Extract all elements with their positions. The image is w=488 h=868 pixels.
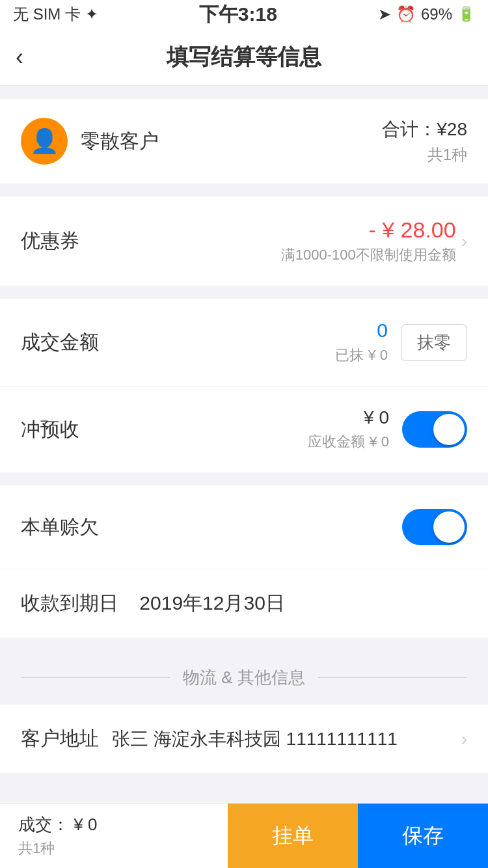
customer-row: 👤 零散客户 合计：¥28 共1种 [0, 99, 488, 183]
transaction-sub: 已抹 ¥ 0 [335, 346, 388, 365]
toggle-knob [433, 414, 465, 445]
avatar: 👤 [21, 118, 68, 165]
logistics-header: 物流 & 其他信息 [0, 651, 488, 705]
transaction-value: 0 [335, 319, 388, 342]
round-zero-button[interactable]: 抹零 [401, 324, 467, 361]
customer-right: 合计：¥28 共1种 [382, 117, 467, 165]
due-date-label: 收款到期日 [21, 592, 118, 614]
prepayment-value-col: ¥ 0 应收金额 ¥ 0 [308, 407, 389, 452]
logistics-text: 物流 & 其他信息 [183, 666, 305, 689]
due-date-value: 2019年12月30日 [139, 592, 284, 614]
customer-name: 零散客户 [81, 128, 159, 155]
nav-bar: ‹ 填写结算等信息 [0, 29, 488, 86]
prepayment-toggle[interactable] [402, 411, 467, 448]
content-area: 👤 零散客户 合计：¥28 共1种 优惠券 - ¥ 28.00 满1000-10… [0, 99, 488, 851]
address-label: 客户地址 [21, 726, 99, 752]
transaction-right: 0 已抹 ¥ 0 抹零 [335, 319, 467, 365]
coupon-amount: - ¥ 28.00 [281, 217, 456, 243]
prepayment-row: 冲预收 ¥ 0 应收金额 ¥ 0 [0, 387, 488, 472]
coupon-info: - ¥ 28.00 满1000-100不限制使用金额 [281, 217, 456, 265]
logistics-line-right [318, 677, 467, 678]
sim-text: 无 SIM 卡 ✦ [13, 4, 98, 25]
debit-label: 本单赊欠 [21, 514, 99, 541]
due-date-row: 收款到期日 2019年12月30日 [0, 569, 488, 638]
total-amount: 合计：¥28 [382, 117, 467, 142]
page-title: 填写结算等信息 [167, 42, 321, 72]
status-right: ➤ ⏰ 69% 🔋 [378, 5, 475, 23]
coupon-right: - ¥ 28.00 满1000-100不限制使用金额 › [281, 217, 467, 265]
logistics-line-left [21, 677, 170, 678]
status-bar: 无 SIM 卡 ✦ 下午3:18 ➤ ⏰ 69% 🔋 [0, 0, 488, 29]
address-card[interactable]: 客户地址 张三 海淀永丰科技园 11111111111 › [0, 705, 488, 773]
transaction-value-col: 0 已抹 ¥ 0 [335, 319, 388, 365]
prepayment-right: ¥ 0 应收金额 ¥ 0 [308, 407, 467, 452]
prepayment-amount: ¥ 0 [308, 407, 389, 428]
bottom-bar: 成交： ¥ 0 共1种 挂单 保存 [0, 803, 488, 868]
transaction-card: 成交金额 0 已抹 ¥ 0 抹零 冲预收 ¥ 0 应收金额 ¥ 0 [0, 299, 488, 472]
customer-card: 👤 零散客户 合计：¥28 共1种 [0, 99, 488, 183]
coupon-row[interactable]: 优惠券 - ¥ 28.00 满1000-100不限制使用金额 › [0, 197, 488, 286]
prepayment-label: 冲预收 [21, 416, 79, 443]
address-chevron-icon: › [461, 729, 467, 750]
transaction-row: 成交金额 0 已抹 ¥ 0 抹零 [0, 299, 488, 387]
prepayment-sub: 应收金额 ¥ 0 [308, 432, 389, 452]
debit-card: 本单赊欠 收款到期日 2019年12月30日 [0, 485, 488, 638]
debit-toggle[interactable] [402, 509, 467, 545]
chevron-right-icon: › [461, 231, 467, 252]
avatar-icon: 👤 [30, 128, 59, 155]
coupon-label: 优惠券 [21, 228, 79, 254]
pending-button[interactable]: 挂单 [228, 804, 358, 868]
status-time: 下午3:18 [199, 1, 277, 28]
battery-text: 69% [421, 5, 452, 23]
coupon-card: 优惠券 - ¥ 28.00 满1000-100不限制使用金额 › [0, 197, 488, 286]
debit-toggle-knob [433, 511, 465, 543]
transaction-label: 成交金额 [21, 329, 99, 356]
navigation-icon: ➤ [378, 5, 391, 23]
address-value: 张三 海淀永丰科技园 11111111111 [112, 727, 461, 752]
debit-row: 本单赊欠 [0, 485, 488, 569]
alarm-icon: ⏰ [396, 5, 416, 23]
bottom-info: 成交： ¥ 0 共1种 [0, 804, 228, 868]
status-left: 无 SIM 卡 ✦ [13, 4, 98, 25]
coupon-desc: 满1000-100不限制使用金额 [281, 245, 456, 265]
total-count: 共1种 [382, 144, 467, 165]
bottom-deal-amount: 成交： ¥ 0 [18, 813, 210, 836]
save-button[interactable]: 保存 [358, 804, 488, 868]
customer-left: 👤 零散客户 [21, 118, 159, 165]
bottom-deal-count: 共1种 [18, 839, 210, 858]
battery-icon: 🔋 [457, 6, 475, 23]
back-button[interactable]: ‹ [16, 44, 23, 71]
